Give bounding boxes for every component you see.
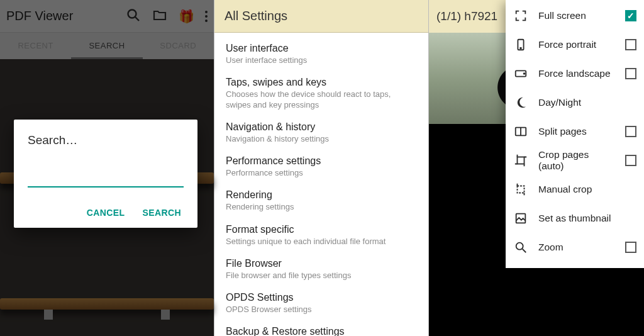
svg-point-3: [520, 48, 521, 49]
settings-item-desc: Settings unique to each individual file …: [226, 237, 417, 247]
settings-item-title: Navigation & history: [226, 121, 417, 133]
menu-item-label: Force portrait: [538, 39, 615, 50]
menu-item-crop-pages-auto-[interactable]: Crop pages (auto): [509, 146, 640, 175]
settings-item-desc: Navigation & history settings: [226, 134, 417, 144]
menu-item-manual-crop[interactable]: Manual crop: [509, 175, 640, 204]
cropauto-icon: [513, 153, 528, 168]
cropmanual-icon: [513, 182, 528, 197]
daynight-icon: [513, 95, 528, 110]
settings-item-desc: Performance settings: [226, 168, 417, 178]
menu-item-label: Split pages: [538, 126, 615, 137]
svg-rect-10: [516, 214, 526, 223]
settings-item[interactable]: Navigation & historyNavigation & history…: [226, 115, 417, 149]
menu-item-force-portrait[interactable]: Force portrait: [509, 30, 640, 59]
settings-item[interactable]: OPDS SettingsOPDS Browser settings: [226, 286, 417, 320]
checkbox[interactable]: [625, 10, 636, 21]
svg-point-11: [516, 243, 523, 250]
settings-item-title: Performance settings: [226, 155, 417, 167]
panel-all-settings: All Settings User interfaceUser interfac…: [214, 0, 429, 336]
settings-item-title: Format specific: [226, 224, 417, 235]
settings-item-title: Rendering: [226, 189, 417, 201]
menu-item-label: Force landscape: [538, 68, 615, 79]
settings-item-desc: User interface settings: [226, 55, 417, 65]
menu-item-set-as-thumbnail[interactable]: Set as thumbnail: [509, 204, 640, 233]
thumbnail-icon: [513, 211, 528, 226]
search-input[interactable]: [28, 172, 184, 188]
checkbox[interactable]: [625, 155, 636, 166]
viewer-overflow-menu: Full screenForce portraitForce landscape…: [506, 0, 644, 268]
settings-item-title: User interface: [226, 43, 417, 54]
settings-item-desc: Rendering settings: [226, 202, 417, 212]
settings-header: All Settings: [214, 0, 428, 33]
checkbox[interactable]: [625, 126, 636, 137]
svg-point-5: [524, 73, 525, 74]
settings-item-title: Taps, swipes and keys: [226, 77, 417, 88]
menu-item-label: Manual crop: [538, 184, 636, 195]
settings-item[interactable]: Backup & Restore settingsBackup and rest…: [226, 320, 417, 336]
checkbox[interactable]: [625, 68, 636, 79]
portrait-icon: [513, 37, 528, 52]
settings-item[interactable]: User interfaceUser interface settings: [226, 36, 417, 70]
cancel-button[interactable]: CANCEL: [84, 204, 128, 221]
settings-item[interactable]: Format specificSettings unique to each i…: [226, 218, 417, 252]
split-icon: [513, 124, 528, 139]
menu-item-day-night[interactable]: Day/Night: [509, 88, 640, 117]
menu-item-split-pages[interactable]: Split pages: [509, 117, 640, 146]
checkbox[interactable]: [625, 39, 636, 50]
svg-rect-9: [518, 186, 525, 193]
svg-line-12: [523, 249, 526, 253]
panel-pdf-viewer: PDF Viewer 🎁 RECENT SEARCH SDCARD Search…: [0, 0, 214, 336]
settings-item[interactable]: Taps, swipes and keysChooses how the dev…: [226, 70, 417, 115]
menu-item-label: Day/Night: [538, 97, 636, 108]
menu-item-label: Crop pages (auto): [538, 149, 615, 172]
dialog-actions: CANCEL SEARCH: [28, 204, 184, 221]
dialog-title: Search…: [28, 133, 184, 147]
search-button[interactable]: SEARCH: [140, 204, 184, 221]
settings-item-title: File Browser: [226, 258, 417, 269]
settings-item[interactable]: RenderingRendering settings: [226, 183, 417, 217]
fullscreen-icon: [513, 8, 528, 23]
menu-item-full-screen[interactable]: Full screen: [509, 1, 640, 30]
settings-item-title: Backup & Restore settings: [226, 326, 417, 336]
menu-item-label: Zoom: [538, 242, 615, 253]
settings-item-desc: File browser and file types settings: [226, 271, 417, 281]
zoom-icon: [513, 240, 528, 255]
settings-item-desc: OPDS Browser settings: [226, 305, 417, 315]
panel-viewer: (1/1) h7921 Full screenForce portraitFor…: [429, 0, 644, 336]
menu-item-label: Full screen: [538, 10, 615, 21]
settings-list[interactable]: User interfaceUser interface settingsTap…: [214, 33, 428, 336]
svg-rect-8: [518, 157, 525, 164]
landscape-icon: [513, 66, 528, 81]
menu-item-label: Set as thumbnail: [538, 213, 636, 224]
search-dialog: Search… CANCEL SEARCH: [14, 120, 197, 228]
menu-item-force-landscape[interactable]: Force landscape: [509, 59, 640, 88]
settings-item-desc: Chooses how the device should react to t…: [226, 89, 417, 110]
settings-item[interactable]: File BrowserFile browser and file types …: [226, 252, 417, 286]
checkbox[interactable]: [625, 242, 636, 253]
menu-item-zoom[interactable]: Zoom: [509, 233, 640, 262]
settings-item-title: OPDS Settings: [226, 292, 417, 303]
settings-item[interactable]: Performance settingsPerformance settings: [226, 149, 417, 183]
